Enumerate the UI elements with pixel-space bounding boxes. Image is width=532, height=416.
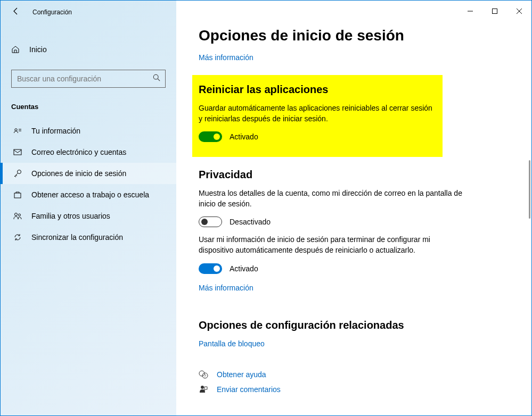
titlebar: [176, 1, 531, 22]
mail-icon: [13, 148, 22, 156]
sidebar-item-sync[interactable]: Sincronizar la configuración: [1, 227, 176, 248]
nav-label: Opciones de inicio de sesión: [31, 169, 126, 178]
maximize-button[interactable]: [482, 3, 507, 20]
briefcase-icon: [13, 190, 22, 199]
svg-point-6: [18, 170, 21, 174]
search-input[interactable]: [11, 70, 166, 88]
search-icon[interactable]: [153, 74, 160, 84]
privacy-state-1: Desactivado: [230, 218, 271, 226]
privacy-desc-1: Muestra los detalles de la cuenta, como …: [199, 188, 465, 209]
nav-label: Sincronizar la configuración: [31, 233, 123, 242]
minimize-button[interactable]: [458, 3, 482, 20]
related-section: Opciones de configuración relacionadas P…: [199, 319, 509, 348]
privacy-section: Privacidad Muestra los detalles de la cu…: [199, 169, 509, 292]
svg-rect-7: [14, 193, 21, 198]
restart-apps-heading: Reiniciar las aplicaciones: [199, 84, 436, 96]
window-title: Configuración: [32, 9, 72, 16]
privacy-heading: Privacidad: [199, 169, 509, 181]
help-icon: ?: [199, 370, 208, 379]
scrollbar-thumb[interactable]: [529, 160, 530, 219]
restart-apps-section: Reiniciar las aplicaciones Guardar autom…: [192, 75, 443, 157]
svg-point-0: [153, 74, 158, 79]
privacy-toggle-1[interactable]: [199, 217, 222, 227]
arrow-left-icon: [11, 7, 20, 15]
privacy-desc-2: Usar mi información de inicio de sesión …: [199, 235, 465, 255]
restart-apps-toggle[interactable]: [199, 131, 222, 142]
nav-label: Obtener acceso a trabajo o escuela: [31, 190, 149, 199]
more-info-link-top[interactable]: Más información: [199, 53, 253, 62]
nav-label: Correo electrónico y cuentas: [31, 148, 126, 156]
svg-line-1: [158, 79, 160, 81]
sidebar-item-email-accounts[interactable]: Correo electrónico y cuentas: [1, 142, 176, 163]
feedback-row[interactable]: Enviar comentarios: [199, 385, 509, 394]
svg-text:?: ?: [204, 374, 206, 378]
home-icon: [11, 45, 20, 54]
key-icon: [13, 169, 22, 178]
restart-apps-desc: Guardar automáticamente las aplicaciones…: [199, 103, 436, 124]
privacy-more-info-link[interactable]: Más información: [199, 284, 253, 292]
nav-label: Tu información: [31, 127, 80, 135]
sidebar-item-your-info[interactable]: Tu información: [1, 120, 176, 142]
sync-icon: [13, 233, 22, 242]
sidebar-item-family-users[interactable]: Familia y otros usuarios: [1, 205, 176, 227]
sidebar: Configuración Inicio Cuentas Tu informac…: [1, 1, 176, 415]
main-content: Opciones de inicio de sesión Más informa…: [176, 1, 531, 415]
restart-apps-state: Activado: [230, 132, 258, 141]
person-card-icon: [13, 127, 22, 135]
privacy-toggle-2[interactable]: [199, 263, 222, 274]
svg-point-9: [19, 214, 21, 216]
nav-label: Familia y otros usuarios: [31, 212, 110, 220]
sidebar-item-work-school[interactable]: Obtener acceso a trabajo o escuela: [1, 184, 176, 205]
back-button[interactable]: [11, 7, 20, 18]
svg-rect-5: [14, 149, 21, 155]
page-title: Opciones de inicio de sesión: [199, 27, 509, 44]
category-header: Cuentas: [1, 98, 176, 120]
privacy-state-2: Activado: [230, 264, 258, 273]
home-nav[interactable]: Inicio: [1, 40, 176, 59]
lock-screen-link[interactable]: Pantalla de bloqueo: [199, 339, 265, 348]
get-help-row[interactable]: ? Obtener ayuda: [199, 370, 509, 379]
home-label: Inicio: [29, 45, 47, 54]
feedback-link: Enviar comentarios: [217, 385, 281, 394]
close-button[interactable]: [507, 3, 531, 20]
people-icon: [13, 212, 22, 220]
svg-point-17: [201, 386, 204, 389]
related-heading: Opciones de configuración relacionadas: [199, 319, 509, 331]
svg-point-2: [15, 129, 17, 131]
get-help-link: Obtener ayuda: [217, 370, 266, 379]
sidebar-item-signin-options[interactable]: Opciones de inicio de sesión: [1, 163, 176, 184]
feedback-icon: [199, 385, 208, 394]
svg-rect-11: [493, 9, 497, 14]
svg-point-8: [15, 213, 18, 216]
